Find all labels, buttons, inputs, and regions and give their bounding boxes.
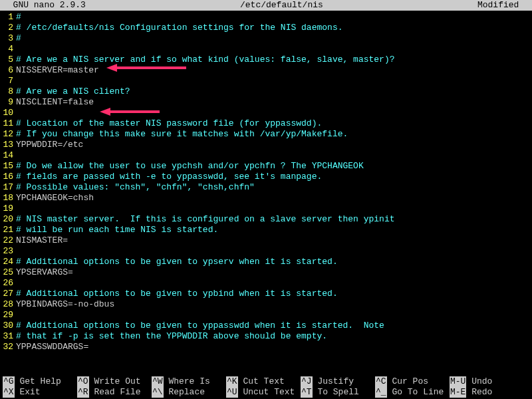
editor-line[interactable]: 7 [0,76,532,86]
shortcut-label: To Spell [313,387,375,398]
shortcut-item[interactable]: ^U Uncut Text [226,387,301,398]
editor-line[interactable]: 4 [0,44,532,55]
editor-line[interactable]: 20# NIS master server. If this is config… [0,214,532,225]
editor-line[interactable]: 28YPBINDARGS=-no-dbus [0,299,532,310]
line-number: 9 [0,97,16,108]
line-number: 28 [0,299,16,310]
editor-line[interactable]: 31# that if -p is set then the YPPWDDIR … [0,331,532,342]
editor-line[interactable]: 17# Possible values: "chsh", "chfn", "ch… [0,182,532,193]
line-content: # Do we allow the user to use ypchsh and… [16,161,364,172]
line-content: YPPASSWDDARGS= [16,342,88,352]
shortcut-label: Cut Text [238,376,301,387]
editor-line[interactable]: 6NISSERVER=master [0,65,532,76]
editor-line[interactable]: 19 [0,203,532,214]
editor-line[interactable]: 23 [0,246,532,257]
editor-line[interactable]: 29 [0,310,532,321]
shortcut-item[interactable]: ^T To Spell [301,387,375,398]
shortcut-label: Where Is [164,376,226,387]
line-number: 7 [0,76,16,86]
shortcut-item[interactable]: ^W Where Is [152,376,226,387]
line-content: # will be run each time NIS is started. [16,225,218,235]
shortcut-item[interactable]: M-U Undo [450,376,503,387]
line-content: YPCHANGEOK=chsh [16,193,94,203]
editor-line[interactable]: 2# /etc/defaults/nis Configuration setti… [0,23,532,33]
shortcut-item[interactable]: ^\ Replace [152,387,226,398]
editor-line[interactable]: 27# Additional options to be given to yp… [0,289,532,299]
line-content: # If you change this make sure it matche… [16,129,348,140]
editor-line[interactable]: 10 [0,108,532,118]
editor-line[interactable]: 21# will be run each time NIS is started… [0,225,532,235]
line-number: 31 [0,331,16,342]
editor-line[interactable]: 11# Location of the master NIS password … [0,118,532,129]
shortcut-item[interactable]: ^J Justify [301,376,375,387]
editor-line[interactable]: 26 [0,278,532,289]
shortcut-label: Redo [466,387,492,398]
shortcut-key: ^W [152,376,164,387]
shortcut-key: ^C [375,376,387,387]
line-number: 6 [0,65,16,76]
line-number: 13 [0,140,16,150]
line-number: 25 [0,267,16,278]
editor-line[interactable]: 9NISCLIENT=false [0,97,532,108]
line-content: # Additional options to be given to ypbi… [16,289,338,299]
line-content: NISCLIENT=false [16,97,94,108]
editor-line[interactable]: 14 [0,150,532,161]
shortcut-item[interactable]: ^O Write Out [77,376,152,387]
shortcut-item[interactable]: ^K Cut Text [226,376,301,387]
shortcut-item[interactable]: M-E Redo [450,387,503,398]
modified-status: Modified [477,1,529,10]
line-number: 3 [0,33,16,44]
line-content: NISMASTER= [16,235,68,246]
line-number: 30 [0,321,16,331]
line-number: 12 [0,129,16,140]
editor-line[interactable]: 3# [0,33,532,44]
shortcut-item[interactable]: ^X Exit [3,387,77,398]
line-number: 24 [0,257,16,267]
editor-line[interactable]: 13YPPWDDIR=/etc [0,140,532,150]
shortcut-key: ^T [301,387,313,398]
shortcut-key: ^G [3,376,15,387]
shortcut-label: Undo [466,376,492,387]
shortcut-item[interactable]: ^R Read File [77,387,152,398]
line-number: 11 [0,118,16,129]
line-content: # Are we a NIS server and if so what kin… [16,55,395,65]
shortcut-label: Exit [15,387,77,398]
line-number: 1 [0,12,16,23]
line-number: 10 [0,108,16,118]
editor-line[interactable]: 8# Are we a NIS client? [0,86,532,97]
line-number: 5 [0,55,16,65]
shortcut-key: M-U [450,376,466,387]
shortcut-label: Replace [164,387,226,398]
line-content: # [16,33,21,44]
editor-line[interactable]: 16# fields are passed with -e to yppassw… [0,172,532,182]
line-number: 21 [0,225,16,235]
line-content: YPPWDDIR=/etc [16,140,83,150]
editor-line[interactable]: 12# If you change this make sure it matc… [0,129,532,140]
editor-area[interactable]: 1#2# /etc/defaults/nis Configuration set… [0,11,532,352]
editor-line[interactable]: 1# [0,12,532,23]
shortcut-item[interactable]: ^C Cur Pos [375,376,450,387]
editor-line[interactable]: 22NISMASTER= [0,235,532,246]
editor-line[interactable]: 5# Are we a NIS server and if so what ki… [0,55,532,65]
editor-line[interactable]: 25YPSERVARGS= [0,267,532,278]
line-content: # Possible values: "chsh", "chfn", "chsh… [16,182,255,193]
editor-line[interactable]: 24# Additional options to be given to yp… [0,257,532,267]
line-number: 14 [0,150,16,161]
line-number: 18 [0,193,16,203]
shortcut-key: ^J [301,376,313,387]
editor-line[interactable]: 18YPCHANGEOK=chsh [0,193,532,203]
shortcut-key: ^X [3,387,15,398]
line-number: 8 [0,86,16,97]
shortcut-item[interactable]: ^_ Go To Line [375,387,450,398]
shortcut-item[interactable]: ^G Get Help [3,376,77,387]
line-number: 15 [0,161,16,172]
editor-line[interactable]: 15# Do we allow the user to use ypchsh a… [0,161,532,172]
title-bar: GNU nano 2.9.3 /etc/default/nis Modified [0,0,532,11]
line-number: 19 [0,203,16,214]
line-number: 2 [0,23,16,33]
editor-line[interactable]: 30# Additional options to be given to yp… [0,321,532,331]
editor-line[interactable]: 32YPPASSWDDARGS= [0,342,532,352]
shortcut-key: ^\ [152,387,164,398]
line-content: # /etc/defaults/nis Configuration settin… [16,23,342,33]
line-number: 22 [0,235,16,246]
